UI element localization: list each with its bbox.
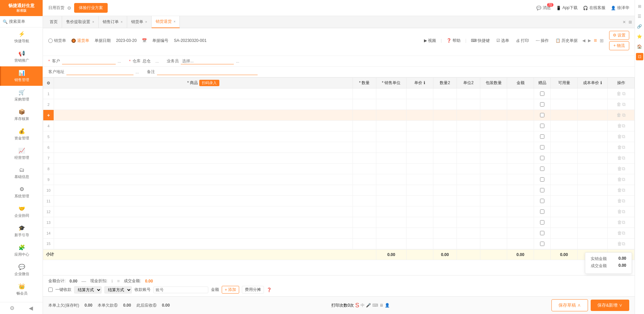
calendar-icon[interactable]: 📅 <box>142 38 147 43</box>
view-grid-icon[interactable]: ⊞ <box>600 38 604 43</box>
tab-sales-return[interactable]: 销货退货 × <box>152 16 180 28</box>
calc-select[interactable]: 结算方式 <box>104 286 132 294</box>
copy-icon[interactable]: ⧉ <box>622 155 625 161</box>
account-input[interactable] <box>153 287 208 293</box>
one-click-payment-checkbox[interactable] <box>48 288 53 292</box>
sales-unit-cell[interactable] <box>376 99 407 110</box>
gift-checkbox[interactable] <box>540 145 544 149</box>
gift-checkbox[interactable] <box>540 220 544 225</box>
copy-icon[interactable]: ⧉ <box>622 91 626 96</box>
remark-input[interactable] <box>157 69 258 75</box>
gift-checkbox[interactable] <box>540 156 544 160</box>
customer-input[interactable] <box>62 58 116 64</box>
cost-unit-cell[interactable] <box>578 88 608 99</box>
nav-next-icon[interactable]: ▶ <box>588 38 591 43</box>
gift-checkbox[interactable] <box>540 167 544 171</box>
unit-price-cell[interactable] <box>407 88 433 99</box>
sidebar-item-enterprise[interactable]: 🤝 企业协同 <box>0 202 43 222</box>
customer-dots-btn[interactable]: ... <box>118 59 121 64</box>
right-panel-btn-2[interactable]: ☰ <box>636 13 643 20</box>
history-btn[interactable]: 📋 历史单据 <box>553 37 580 44</box>
gift-cell[interactable] <box>534 88 551 99</box>
gift-cell[interactable] <box>534 99 551 110</box>
delete-icon[interactable]: 🗑 <box>617 198 622 203</box>
new-unit-price-cell[interactable] <box>407 110 433 121</box>
tab-sales-delivery[interactable]: 销货单 × <box>127 16 152 28</box>
copy-icon[interactable]: ⧉ <box>622 102 626 107</box>
warehouse-dots-btn[interactable]: ... <box>155 59 159 64</box>
radio-return-input[interactable] <box>71 39 76 43</box>
copy-icon[interactable]: ⧉ <box>622 134 625 139</box>
settings-bottom-icon[interactable]: ⚙ <box>10 305 14 311</box>
copy-icon[interactable]: ⧉ <box>622 144 625 150</box>
delete-icon[interactable]: 🗑 <box>617 134 622 139</box>
gift-checkbox[interactable] <box>540 91 544 96</box>
add-row-btn[interactable]: + <box>46 112 52 118</box>
expense-split-btn[interactable]: 费用分摊 <box>242 286 264 294</box>
amount-cell[interactable] <box>507 88 534 99</box>
copy-icon[interactable]: ⧉ <box>622 230 625 236</box>
col-settings-icon[interactable]: ⚙ <box>47 81 50 85</box>
unit-price-cell[interactable] <box>407 99 433 110</box>
sidebar-item-base[interactable]: 🗂 基础信息 <box>0 164 43 183</box>
delete-icon[interactable]: 🗑 <box>617 177 622 182</box>
new-pack-qty-cell[interactable] <box>480 110 507 121</box>
experience-btn[interactable]: 体验行业方案 <box>74 3 108 13</box>
new-product-input[interactable] <box>55 113 351 118</box>
print-btn[interactable]: 🖨 打印 <box>514 37 531 44</box>
delete-icon[interactable]: 🗑 <box>617 144 622 150</box>
tab-close-all-icon[interactable]: ✕ <box>623 20 626 24</box>
operations-btn[interactable]: ⋯ 操作 <box>534 37 551 44</box>
sidebar-item-purchase[interactable]: 🛒 采购管理 <box>0 86 43 105</box>
add-logistics-btn[interactable]: + 物流 <box>609 41 629 50</box>
tab-sales-delivery-close[interactable]: × <box>145 20 147 24</box>
tab-home[interactable]: 首页 <box>46 16 62 28</box>
copy-icon[interactable]: ⧉ <box>622 123 625 128</box>
search-menu[interactable]: 🔍 搜索菜单 <box>0 16 43 27</box>
new-gift-cell[interactable] <box>534 110 551 121</box>
delete-icon[interactable]: 🗑 <box>617 219 622 225</box>
qty-cell[interactable] <box>353 88 376 99</box>
new-qty2-cell[interactable] <box>433 110 457 121</box>
help-btn[interactable]: ❓ 帮助 <box>444 37 463 44</box>
available-cell[interactable] <box>551 99 578 110</box>
sidebar-item-newbie[interactable]: 🎓 新手引导 <box>0 222 43 241</box>
gift-checkbox[interactable] <box>540 102 544 107</box>
qty2-cell[interactable] <box>433 99 457 110</box>
qty2-cell[interactable] <box>433 88 457 99</box>
breadcrumb-settings-icon[interactable]: ⚙ <box>67 5 71 11</box>
gift-checkbox[interactable] <box>540 209 544 214</box>
product-cell[interactable] <box>54 88 353 99</box>
tab-sales-order[interactable]: 销售订单 × <box>99 16 127 28</box>
message-btn[interactable]: 💬 消息 70 <box>536 5 551 11</box>
tab-grid-icon[interactable]: ⊞ <box>629 20 632 24</box>
amount-cell[interactable] <box>507 99 534 110</box>
nav-prev-icon[interactable]: ◀ <box>582 38 585 43</box>
sales-unit-cell[interactable] <box>376 88 407 99</box>
tab-sales-return-close[interactable]: × <box>174 20 176 23</box>
sidebar-item-app-center[interactable]: 🧩 应用中心 <box>0 241 43 260</box>
qty-cell[interactable] <box>353 99 376 110</box>
user-icon-footer[interactable]: 👤 <box>385 303 390 308</box>
view-list-icon[interactable]: ≡ <box>594 38 597 44</box>
radio-delivery-input[interactable] <box>48 39 53 43</box>
copy-icon[interactable]: ⧉ <box>622 198 625 203</box>
new-sales-unit-cell[interactable] <box>376 110 407 121</box>
salesperson-input[interactable] <box>181 58 234 64</box>
customer-addr-dots-btn[interactable]: ... <box>136 70 139 74</box>
gift-checkbox[interactable] <box>540 231 544 235</box>
save-new-btn[interactable]: 保存&新增 ∨ <box>591 300 629 311</box>
right-panel-btn-active[interactable]: ⊡ <box>636 53 643 60</box>
new-unit2-cell[interactable] <box>457 110 480 121</box>
keyboard-icon2[interactable]: ⌨ <box>372 303 378 308</box>
delete-icon[interactable]: 🗑 <box>617 209 622 214</box>
delete-icon[interactable]: 🗑 <box>616 91 621 96</box>
new-amount-cell[interactable] <box>507 110 534 121</box>
available-cell[interactable] <box>551 88 578 99</box>
sidebar-item-enterprise-wechat[interactable]: 💬 企业微信 <box>0 260 43 280</box>
copy-icon[interactable]: ⧉ <box>622 166 625 171</box>
sidebar-item-marketing[interactable]: 📢 营销推广 <box>0 47 43 66</box>
radio-delivery[interactable]: 销货单 <box>48 38 66 44</box>
new-cost-unit-cell[interactable] <box>578 110 608 121</box>
save-draft-btn[interactable]: 保存草稿 ∧ <box>551 299 588 311</box>
